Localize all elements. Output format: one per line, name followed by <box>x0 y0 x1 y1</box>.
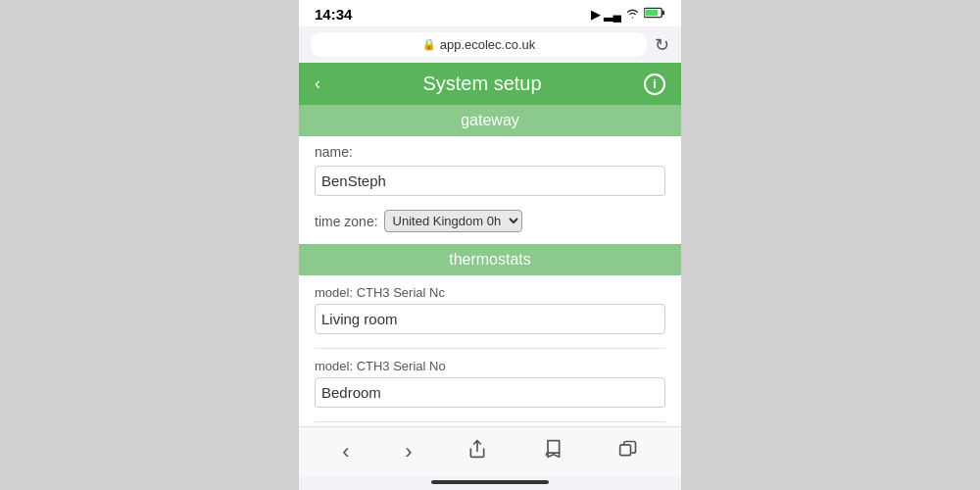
thermostat-1-name-input[interactable] <box>315 304 665 334</box>
name-label: name: <box>315 144 353 160</box>
signal-icon: ▂▄ <box>604 8 621 22</box>
thermostat-2-model: model: CTH3 Serial No <box>299 349 681 375</box>
browser-bottom-bar: ‹ › <box>299 426 681 476</box>
home-indicator <box>431 480 549 484</box>
thermostat-1-model: model: CTH3 Serial Nc <box>299 275 681 302</box>
thermostat-2-name-input[interactable] <box>315 377 665 408</box>
bookmarks-button[interactable] <box>535 435 570 468</box>
gateway-section-header: gateway <box>299 105 681 136</box>
address-bar: 🔒 app.ecolec.co.uk ↻ <box>299 26 681 63</box>
wifi-icon <box>625 7 640 22</box>
browser-back-button[interactable]: ‹ <box>334 435 357 468</box>
lock-icon: 🔒 <box>422 38 436 51</box>
gateway-label: gateway <box>461 112 519 128</box>
svg-rect-4 <box>619 445 630 456</box>
phone-frame: 14:34 ▶ ▂▄ 🔒 app.eco <box>299 0 681 490</box>
svg-rect-2 <box>645 10 658 16</box>
tabs-button[interactable] <box>611 435 646 468</box>
app-header: ‹ System setup i <box>299 63 681 105</box>
battery-icon <box>644 7 665 22</box>
timezone-label: time zone: <box>315 214 378 229</box>
location-icon: ▶ <box>591 8 600 22</box>
url-pill[interactable]: 🔒 app.ecolec.co.uk <box>311 32 647 57</box>
page-title: System setup <box>422 73 541 95</box>
thermostats-section-header: thermostats <box>299 244 681 275</box>
browser-forward-button[interactable]: › <box>397 435 419 468</box>
share-button[interactable] <box>460 435 495 468</box>
content-area: gateway name: time zone: United Kingdom … <box>299 105 681 426</box>
status-time: 14:34 <box>315 6 352 23</box>
gateway-name-input[interactable] <box>315 166 665 196</box>
status-icons: ▶ ▂▄ <box>591 7 665 22</box>
thermostats-label: thermostats <box>449 251 531 268</box>
timezone-row: time zone: United Kingdom 0h UTC+1 UTC-5 <box>299 202 681 236</box>
timezone-select[interactable]: United Kingdom 0h UTC+1 UTC-5 <box>384 210 522 232</box>
url-text: app.ecolec.co.uk <box>440 37 536 52</box>
svg-rect-1 <box>662 11 664 16</box>
name-label-row: name: <box>299 136 681 164</box>
status-bar: 14:34 ▶ ▂▄ <box>299 0 681 26</box>
info-button[interactable]: i <box>644 74 665 95</box>
reload-button[interactable]: ↻ <box>655 34 669 56</box>
back-button[interactable]: ‹ <box>315 74 320 94</box>
